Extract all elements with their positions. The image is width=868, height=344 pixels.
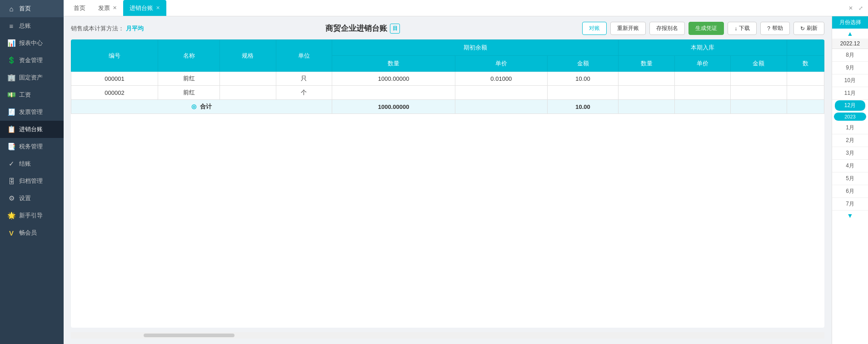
payroll-icon: 💵 bbox=[7, 91, 15, 99]
help-icon: ? bbox=[767, 25, 770, 32]
tab-invoice[interactable]: 发票 ✕ bbox=[92, 0, 123, 16]
window-close-button[interactable]: ✕ bbox=[847, 5, 854, 12]
cell-opening-price bbox=[455, 86, 548, 100]
cell-in-qty bbox=[619, 72, 674, 86]
cell-name: 前红 bbox=[158, 86, 220, 100]
month-item-8[interactable]: 8月 bbox=[832, 49, 868, 62]
sidebar-item-settings[interactable]: ⚙ 设置 bbox=[0, 190, 64, 207]
generate-voucher-button[interactable]: 生成凭证 bbox=[688, 22, 724, 35]
sidebar-item-general-ledger[interactable]: ≡ 总账 bbox=[0, 17, 64, 34]
cell-opening-amount bbox=[547, 86, 619, 100]
month-item-2[interactable]: 2月 bbox=[832, 134, 868, 147]
vip-icon: V bbox=[7, 229, 15, 237]
col-header-extra bbox=[787, 40, 824, 56]
download-button[interactable]: ↓ 下载 bbox=[728, 22, 757, 35]
reports-icon: 📊 bbox=[7, 39, 15, 47]
table-row: 000002 前红 个 bbox=[71, 86, 824, 100]
col-header-current-in: 本期入库 bbox=[619, 40, 787, 56]
year-2022-label: 2022.12 bbox=[832, 39, 868, 49]
cell-spec bbox=[220, 72, 276, 86]
cell-name: 前红 bbox=[158, 72, 220, 86]
cell-unit: 个 bbox=[276, 86, 332, 100]
sub-header-in-price: 单价 bbox=[674, 56, 730, 72]
sub-header-opening-price: 单价 bbox=[455, 56, 548, 72]
refresh-icon: ↻ bbox=[800, 25, 805, 32]
archive-icon: 🗄 bbox=[7, 177, 15, 185]
total-out-qty bbox=[787, 100, 824, 114]
sidebar-item-archive[interactable]: 🗄 归档管理 bbox=[0, 172, 64, 190]
main-area: 首页 发票 ✕ 进销台账 ✕ ✕ ⤢ 销售成本计算方法： 月平均 商贸企业进销台… bbox=[64, 0, 868, 344]
month-item-1[interactable]: 1月 bbox=[832, 122, 868, 134]
total-opening-amount: 10.00 bbox=[547, 100, 619, 114]
reconcile-button[interactable]: 对账 bbox=[582, 22, 607, 35]
month-panel-title: 月份选择 bbox=[832, 16, 868, 29]
month-item-11[interactable]: 11月 bbox=[832, 87, 868, 100]
page-body: 销售成本计算方法： 月平均 商贸企业进销台账 目 对账 重新开账 存报别名 生成… bbox=[64, 16, 832, 344]
month-item-9[interactable]: 9月 bbox=[832, 62, 868, 74]
ledger-table-container: 编号 名称 规格 单位 期初余额 本期入库 数量 单价 金额 数量 bbox=[71, 39, 824, 328]
cell-in-price bbox=[674, 72, 730, 86]
save-alias-button[interactable]: 存报别名 bbox=[649, 22, 685, 35]
refresh-button[interactable]: ↻ 刷新 bbox=[793, 22, 824, 35]
reopen-button[interactable]: 重新开账 bbox=[610, 22, 646, 35]
fund-icon: 💲 bbox=[7, 56, 15, 64]
sidebar-item-invoice-mgmt[interactable]: 🧾 发票管理 bbox=[0, 103, 64, 121]
settings-icon: ⚙ bbox=[7, 194, 15, 202]
tab-purchase-sales[interactable]: 进销台账 ✕ bbox=[123, 0, 166, 16]
page-header: 销售成本计算方法： 月平均 商贸企业进销台账 目 对账 重新开账 存报别名 生成… bbox=[71, 22, 824, 35]
sidebar-item-purchase-sales[interactable]: 📋 进销台账 bbox=[0, 121, 64, 138]
cell-spec bbox=[220, 86, 276, 100]
sub-header-opening-qty: 数量 bbox=[332, 56, 455, 72]
horizontal-scrollbar[interactable] bbox=[71, 332, 824, 339]
tax-icon: 📑 bbox=[7, 143, 15, 151]
total-in-amount bbox=[731, 100, 787, 114]
col-header-opening-balance: 期初余额 bbox=[332, 40, 618, 56]
month-item-5[interactable]: 5月 bbox=[832, 172, 868, 185]
download-icon: ↓ bbox=[734, 25, 737, 32]
sidebar-item-guide[interactable]: 🌟 新手引导 bbox=[0, 207, 64, 224]
sub-header-out-qty: 数 bbox=[787, 56, 824, 72]
page-title: 商贸企业进销台账 目 bbox=[325, 23, 400, 34]
total-row: ◎ 合计 1000.00000 10.00 bbox=[71, 100, 824, 114]
month-nav-down[interactable]: ▼ bbox=[832, 211, 868, 221]
cell-opening-qty bbox=[332, 86, 455, 100]
col-header-code: 编号 bbox=[71, 40, 158, 72]
total-label-cell: ◎ 合计 bbox=[71, 100, 332, 114]
tab-home[interactable]: 首页 bbox=[67, 0, 92, 16]
sidebar-item-vip[interactable]: V 畅会员 bbox=[0, 224, 64, 241]
invoice-mgmt-icon: 🧾 bbox=[7, 108, 15, 116]
window-maximize-button[interactable]: ⤢ bbox=[857, 5, 864, 12]
month-item-10[interactable]: 10月 bbox=[832, 74, 868, 87]
month-item-6[interactable]: 6月 bbox=[832, 185, 868, 198]
assets-icon: 🏢 bbox=[7, 74, 15, 82]
cell-opening-price: 0.01000 bbox=[455, 72, 548, 86]
purchase-sales-icon: 📋 bbox=[7, 125, 15, 133]
help-button[interactable]: ? 帮助 bbox=[760, 22, 790, 35]
ledger-icon: ≡ bbox=[7, 22, 15, 30]
tab-invoice-close[interactable]: ✕ bbox=[113, 5, 117, 11]
month-item-12[interactable]: 12月 bbox=[835, 100, 865, 111]
home-icon: ⌂ bbox=[7, 5, 15, 13]
sub-header-in-amount: 金额 bbox=[731, 56, 787, 72]
month-nav-up[interactable]: ▲ bbox=[832, 29, 868, 39]
total-in-price bbox=[674, 100, 730, 114]
sidebar-item-fixed-assets[interactable]: 🏢 固定资产 bbox=[0, 69, 64, 86]
tab-bar: 首页 发票 ✕ 进销台账 ✕ ✕ ⤢ bbox=[64, 0, 868, 16]
scroll-thumb[interactable] bbox=[144, 334, 234, 337]
month-item-3[interactable]: 3月 bbox=[832, 147, 868, 160]
month-item-4[interactable]: 4月 bbox=[832, 160, 868, 172]
sub-header-opening-amount: 金额 bbox=[547, 56, 619, 72]
sidebar-item-reports[interactable]: 📊 报表中心 bbox=[0, 34, 64, 52]
month-item-7[interactable]: 7月 bbox=[832, 198, 868, 211]
sidebar-item-payroll[interactable]: 💵 工资 bbox=[0, 86, 64, 103]
sidebar-item-home[interactable]: ⌂ 首页 bbox=[0, 0, 64, 17]
sidebar: ⌂ 首页 ≡ 总账 📊 报表中心 💲 资金管理 🏢 固定资产 💵 工资 🧾 发票… bbox=[0, 0, 64, 344]
sidebar-item-checkout[interactable]: ✓ 结账 bbox=[0, 155, 64, 172]
sidebar-item-fund[interactable]: 💲 资金管理 bbox=[0, 52, 64, 69]
sub-header-in-qty: 数量 bbox=[619, 56, 674, 72]
cell-opening-qty: 1000.00000 bbox=[332, 72, 455, 86]
toolbar-buttons: 对账 重新开账 存报别名 生成凭证 ↓ 下载 ? 帮助 ↻ 刷新 bbox=[582, 22, 824, 35]
checkout-icon: ✓ bbox=[7, 160, 15, 168]
sidebar-item-tax[interactable]: 📑 税务管理 bbox=[0, 138, 64, 155]
tab-purchase-sales-close[interactable]: ✕ bbox=[156, 5, 160, 11]
